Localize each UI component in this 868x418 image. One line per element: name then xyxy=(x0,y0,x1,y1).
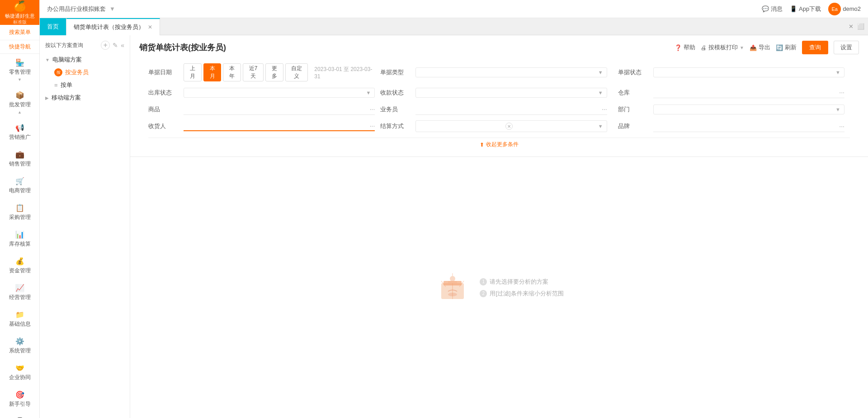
page-header-top: 销货单统计表(按业务员) ❓ 帮助 🖨 按模板打印 ▼ 📤 xyxy=(139,41,859,54)
sidebar-item-system[interactable]: ⚙️ 系统管理 xyxy=(0,332,39,359)
payment-select[interactable]: ✕ ▼ xyxy=(415,120,607,132)
filter-consignee-cell: 收货人 ··· xyxy=(148,122,375,131)
sidebar-item-newbie[interactable]: 🎯 新手引导 xyxy=(0,386,39,413)
refresh-icon: 🔄 xyxy=(776,44,783,51)
tree-mobile-schemes[interactable]: ▶ 移动端方案 xyxy=(40,91,130,104)
sidebar-item-marketing[interactable]: 📢 营销推广 xyxy=(0,119,39,146)
filter-brand-cell: 品牌 ··· xyxy=(613,121,850,132)
sidebar-item-retail[interactable]: 🏪 零售管理 ▼ xyxy=(0,54,39,86)
tip-num-1: 1 xyxy=(480,278,487,285)
date-btn-7days[interactable]: 近7天 xyxy=(243,63,264,81)
collapse-panel-icon[interactable]: « xyxy=(121,42,124,49)
filter-row-3: 商品 ··· 业务员 ··· 部门 xyxy=(148,104,850,115)
close-window-icon[interactable]: ✕ xyxy=(849,23,854,30)
app-download-btn[interactable]: 📱 App下载 xyxy=(790,5,821,13)
date-range-display: 2023-03-01 至 2023-03-31 xyxy=(314,66,375,80)
out-status-select[interactable]: ▼ xyxy=(184,88,375,98)
sidebar-item-purchase[interactable]: 📋 采购管理 xyxy=(0,199,39,226)
help-icon: ❓ xyxy=(675,44,682,51)
tab-sales-stat-label: 销货单统计表（按业务员） xyxy=(74,23,144,31)
wholesale-icon: 📦 xyxy=(15,91,24,100)
sidebar-item-wholesale-label: 批发管理 xyxy=(9,101,31,109)
add-scheme-icon[interactable]: + xyxy=(101,41,110,50)
maximize-icon[interactable]: ⬜ xyxy=(857,23,864,30)
brand-input-wrap[interactable]: ··· xyxy=(653,121,844,132)
dept-select[interactable]: ▼ xyxy=(653,104,844,114)
goods-dots[interactable]: ··· xyxy=(370,105,375,113)
date-btn-this-month[interactable]: 本月 xyxy=(203,63,222,81)
receipt-status-select[interactable]: ▼ xyxy=(415,88,607,98)
sidebar-item-operation[interactable]: 📈 经营管理 xyxy=(0,279,39,306)
header-right: 💬 消息 📱 App下载 Ea demo2 xyxy=(762,3,861,15)
header-dropdown-icon[interactable]: ▼ xyxy=(109,5,115,12)
query-btn[interactable]: 查询 xyxy=(802,41,828,54)
basic-icon: 📁 xyxy=(15,310,24,319)
consignee-input-wrap: ··· xyxy=(184,122,375,131)
help-label: 帮助 xyxy=(684,43,695,52)
tab-home[interactable]: 首页 xyxy=(40,18,66,35)
avatar: Ea xyxy=(828,3,841,15)
svg-point-5 xyxy=(450,276,455,281)
operation-icon: 📈 xyxy=(15,284,24,292)
tree-item-by-salesperson[interactable]: 按 按业务员 xyxy=(51,66,130,79)
tab-sales-stat[interactable]: 销货单统计表（按业务员） ✕ xyxy=(66,18,160,35)
sidebar-item-appstore[interactable]: 📱 应用中心 xyxy=(0,413,39,418)
out-status-label: 出库状态 xyxy=(148,89,180,97)
doc-status-select[interactable]: ▼ xyxy=(653,67,844,77)
warehouse-input-wrap[interactable]: ··· xyxy=(653,87,844,98)
content-area: 按以下方案查询 + ✎ « ▼ 电脑端方案 按 按业务员 ≡ 按单 xyxy=(40,35,868,418)
tab-close-icon[interactable]: ✕ xyxy=(148,24,152,30)
date-btn-more[interactable]: 更多 xyxy=(265,63,283,81)
sidebar-item-ecommerce-label: 电商管理 xyxy=(9,187,31,195)
sidebar-item-finance[interactable]: 💰 资金管理 xyxy=(0,252,39,279)
date-btn-custom[interactable]: 自定义 xyxy=(285,63,308,81)
receipt-status-label: 收款状态 xyxy=(380,89,412,97)
print-btn[interactable]: 🖨 按模板打印 ▼ xyxy=(701,43,744,52)
collapse-filter-btn[interactable]: ⬆ 收起更多条件 xyxy=(148,138,850,151)
filter-area: 单据日期 上月 本月 本年 近7天 更多 自定义 2023-03-01 至 20… xyxy=(139,58,859,157)
export-btn[interactable]: 📤 导出 xyxy=(750,43,770,52)
search-menu[interactable]: 搜索菜单 xyxy=(0,25,39,40)
retail-icon: 🏪 xyxy=(15,58,24,67)
goods-label: 商品 xyxy=(148,105,180,114)
marketing-icon: 📢 xyxy=(15,124,24,132)
empty-icon xyxy=(434,270,471,306)
filter-payment-cell: 结算方式 ✕ ▼ xyxy=(375,120,612,132)
sidebar-item-enterprise[interactable]: 🤝 企业协同 xyxy=(0,359,39,386)
date-btn-last-month[interactable]: 上月 xyxy=(184,63,202,81)
help-btn[interactable]: ❓ 帮助 xyxy=(675,43,695,52)
payment-label: 结算方式 xyxy=(380,122,412,130)
header: 办公用品行业模拟账套 ▼ 💬 消息 📱 App下载 Ea demo2 xyxy=(40,0,868,18)
quick-nav[interactable]: 快捷导航 xyxy=(0,40,39,54)
tree-expand-icon: ▼ xyxy=(45,57,50,62)
message-btn[interactable]: 💬 消息 xyxy=(762,5,783,13)
salesperson-dots[interactable]: ··· xyxy=(602,105,607,113)
setting-btn[interactable]: 设置 xyxy=(834,41,859,54)
warehouse-dots[interactable]: ··· xyxy=(839,89,844,96)
doc-type-select[interactable]: ▼ xyxy=(415,67,607,77)
user-menu[interactable]: Ea demo2 xyxy=(828,3,861,15)
tree-item-by-order[interactable]: ≡ 按单 xyxy=(51,79,130,91)
tree-pc-schemes[interactable]: ▼ 电脑端方案 xyxy=(40,53,130,66)
date-btn-this-year[interactable]: 本年 xyxy=(223,63,241,81)
sidebar-item-ecommerce[interactable]: 🛒 电商管理 xyxy=(0,172,39,199)
sidebar-item-wholesale[interactable]: 📦 批发管理 ▲ xyxy=(0,86,39,119)
enterprise-icon: 🤝 xyxy=(15,364,24,372)
goods-input-wrap[interactable]: ··· xyxy=(184,104,375,115)
header-title: 办公用品行业模拟账套 xyxy=(47,5,106,13)
salesperson-input-wrap[interactable]: ··· xyxy=(415,104,607,115)
sidebar-item-sales[interactable]: 💼 销售管理 xyxy=(0,146,39,172)
sidebar-item-basic[interactable]: 📁 基础信息 xyxy=(0,306,39,332)
refresh-btn[interactable]: 🔄 刷新 xyxy=(776,43,797,52)
filter-receipt-status-cell: 收款状态 ▼ xyxy=(375,88,612,98)
brand-dots[interactable]: ··· xyxy=(839,123,844,130)
edit-scheme-icon[interactable]: ✎ xyxy=(113,42,118,49)
ecommerce-icon: 🛒 xyxy=(15,177,24,185)
sidebar-item-marketing-label: 营销推广 xyxy=(9,133,31,141)
consignee-dots[interactable]: ··· xyxy=(370,122,375,129)
right-panel: 销货单统计表(按业务员) ❓ 帮助 🖨 按模板打印 ▼ 📤 xyxy=(130,35,868,418)
payment-clear-btn[interactable]: ✕ xyxy=(505,123,513,130)
sidebar-item-inventory[interactable]: 📊 库存核算 xyxy=(0,226,39,252)
print-icon: 🖨 xyxy=(701,44,707,51)
consignee-input[interactable] xyxy=(184,122,368,130)
